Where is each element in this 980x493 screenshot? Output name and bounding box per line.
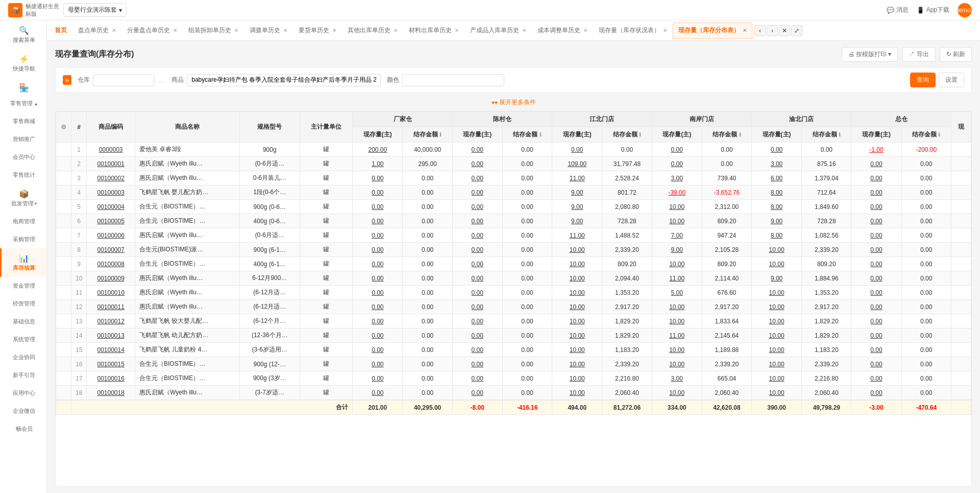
cell-cw-qty[interactable]: 0.00 bbox=[452, 200, 502, 214]
cell-jb-qty[interactable]: 0.00 bbox=[552, 143, 602, 157]
cell-factory-qty[interactable]: 0.00 bbox=[353, 371, 403, 386]
cell-yb-qty[interactable]: 10.00 bbox=[752, 371, 802, 386]
tab-td-history[interactable]: 调拨单历史 ✕ bbox=[244, 22, 293, 39]
cell-tot-qty[interactable]: 0.00 bbox=[851, 157, 901, 171]
cell-cw-qty[interactable]: 0.00 bbox=[452, 214, 502, 228]
cell-jb-qty[interactable]: 9.00 bbox=[552, 185, 602, 200]
tab-xzcl-fbt-close[interactable]: ✕ bbox=[743, 28, 747, 33]
cell-na-qty[interactable]: 10.00 bbox=[652, 257, 702, 271]
cell-yb-qty[interactable]: 3.00 bbox=[752, 157, 802, 171]
tab-next-btn[interactable]: › bbox=[767, 25, 778, 36]
cell-tot-qty[interactable]: 0.00 bbox=[851, 328, 901, 343]
cell-tot-qty[interactable]: 0.00 bbox=[851, 243, 901, 257]
cell-yb-qty[interactable]: 10.00 bbox=[752, 386, 802, 401]
cell-tot-qty[interactable]: 0.00 bbox=[851, 314, 901, 328]
query-btn[interactable]: 查询 bbox=[910, 73, 936, 87]
app-download-btn[interactable]: 📱 App下载 bbox=[917, 6, 949, 14]
sidebar-item-purchase[interactable]: 采购管理 bbox=[0, 230, 46, 248]
cell-jb-qty[interactable]: 9.00 bbox=[552, 200, 602, 214]
cell-cw-qty[interactable]: 0.00 bbox=[452, 271, 502, 286]
cell-tot-qty[interactable]: 0.00 bbox=[851, 185, 901, 200]
cell-factory-qty[interactable]: 0.00 bbox=[353, 171, 403, 185]
tab-xzcl-fbt[interactable]: 现存量（库存分布表） ✕ bbox=[673, 22, 752, 39]
cell-na-qty[interactable]: 11.00 bbox=[652, 328, 702, 343]
sidebar-item-wholesale[interactable]: 📦 批发管理 ▾ bbox=[0, 184, 46, 213]
cell-jb-qty[interactable]: 10.00 bbox=[552, 257, 602, 271]
sidebar-item-corp[interactable]: 企业协同 bbox=[0, 348, 46, 366]
sidebar-item-guide[interactable]: 新手引导 bbox=[0, 366, 46, 384]
tab-ccrk-history-close[interactable]: ✕ bbox=[522, 28, 526, 33]
cell-na-qty[interactable]: -39.00 bbox=[652, 185, 702, 200]
sidebar-item-apps[interactable]: 应用中心 bbox=[0, 384, 46, 402]
cell-na-qty[interactable]: 11.00 bbox=[652, 271, 702, 286]
cell-cw-qty[interactable]: 0.00 bbox=[452, 257, 502, 271]
sidebar-item-member[interactable]: 会员中心 bbox=[0, 148, 46, 166]
cell-cw-qty[interactable]: 0.00 bbox=[452, 371, 502, 386]
cell-cw-qty[interactable]: 0.00 bbox=[452, 143, 502, 157]
color-input[interactable] bbox=[402, 74, 504, 86]
cell-code[interactable]: 00100003 bbox=[87, 185, 135, 200]
cell-tot-qty[interactable]: 0.00 bbox=[851, 171, 901, 185]
cell-factory-qty[interactable]: 0.00 bbox=[353, 200, 403, 214]
cell-na-qty[interactable]: 3.00 bbox=[652, 371, 702, 386]
cell-yb-qty[interactable]: 8.00 bbox=[752, 228, 802, 243]
sidebar-item-retail-mall[interactable]: 零售商城 bbox=[0, 112, 46, 130]
cell-cw-qty[interactable]: 0.00 bbox=[452, 171, 502, 185]
cell-tot-qty[interactable]: -1.00 bbox=[851, 143, 901, 157]
store-selector[interactable]: 母婴行业演示陈套 ▾ bbox=[63, 3, 127, 17]
sidebar-item-retail[interactable]: 🏪 零售管理 ▲ bbox=[0, 78, 46, 112]
cell-cw-qty[interactable]: 0.00 bbox=[452, 386, 502, 401]
cell-tot-qty[interactable]: 0.00 bbox=[851, 300, 901, 314]
cell-cw-qty[interactable]: 0.00 bbox=[452, 357, 502, 371]
cell-yb-qty[interactable]: 10.00 bbox=[752, 314, 802, 328]
cell-yb-qty[interactable]: 9.00 bbox=[752, 271, 802, 286]
cell-factory-qty[interactable]: 0.00 bbox=[353, 243, 403, 257]
cell-cw-qty[interactable]: 0.00 bbox=[452, 314, 502, 328]
cell-yb-qty[interactable]: 10.00 bbox=[752, 328, 802, 343]
cell-jb-qty[interactable]: 10.00 bbox=[552, 286, 602, 300]
cell-yb-qty[interactable]: 10.00 bbox=[752, 343, 802, 357]
cell-na-qty[interactable]: 0.00 bbox=[652, 143, 702, 157]
refresh-btn[interactable]: ↻ 刷新 bbox=[940, 47, 972, 62]
cell-jb-qty[interactable]: 109.00 bbox=[552, 157, 602, 171]
cell-jb-qty[interactable]: 9.00 bbox=[552, 214, 602, 228]
sidebar-item-inventory[interactable]: 📊 库存核算 bbox=[0, 248, 46, 277]
cell-factory-qty[interactable]: 0.00 bbox=[353, 300, 403, 314]
settings-btn[interactable]: 设置 bbox=[939, 73, 964, 87]
cell-code[interactable]: 00100015 bbox=[87, 357, 135, 371]
cell-cw-qty[interactable]: 0.00 bbox=[452, 228, 502, 243]
cell-tot-qty[interactable]: 0.00 bbox=[851, 286, 901, 300]
settings-gear-icon[interactable]: ⚙ bbox=[61, 124, 66, 131]
cell-jb-qty[interactable]: 10.00 bbox=[552, 300, 602, 314]
cell-yb-qty[interactable]: 9.00 bbox=[752, 214, 802, 228]
cell-factory-qty[interactable]: 0.00 bbox=[353, 271, 403, 286]
cell-tot-qty[interactable]: 0.00 bbox=[851, 228, 901, 243]
cell-factory-qty[interactable]: 0.00 bbox=[353, 185, 403, 200]
warehouse-input[interactable] bbox=[93, 74, 154, 86]
tab-xzcl-kc-close[interactable]: ✕ bbox=[663, 28, 667, 33]
cell-code[interactable]: 00100006 bbox=[87, 228, 135, 243]
cell-factory-qty[interactable]: 1.00 bbox=[353, 157, 403, 171]
cell-factory-qty[interactable]: 0.00 bbox=[353, 257, 403, 271]
tab-close-all-btn[interactable]: ✕ bbox=[779, 25, 790, 36]
tab-yh-history[interactable]: 要货单历史 ✕ bbox=[293, 22, 342, 39]
cell-code[interactable]: 00100005 bbox=[87, 214, 135, 228]
cell-na-qty[interactable]: 9.00 bbox=[652, 243, 702, 257]
cell-yb-qty[interactable]: 6.00 bbox=[752, 171, 802, 185]
sidebar-item-marketing[interactable]: 营销推广 bbox=[0, 130, 46, 148]
cell-tot-qty[interactable]: 0.00 bbox=[851, 200, 901, 214]
tab-fpd-history-close[interactable]: ✕ bbox=[173, 28, 177, 33]
cell-na-qty[interactable]: 10.00 bbox=[652, 314, 702, 328]
cell-na-qty[interactable]: 10.00 bbox=[652, 214, 702, 228]
cell-jb-qty[interactable]: 10.00 bbox=[552, 314, 602, 328]
sidebar-item-retail-stats[interactable]: 零售统计 bbox=[0, 166, 46, 184]
cell-factory-qty[interactable]: 200.00 bbox=[353, 143, 403, 157]
tab-qtck-history[interactable]: 其他出库单历史 ✕ bbox=[342, 22, 403, 39]
cell-yb-qty[interactable]: 10.00 bbox=[752, 257, 802, 271]
cell-factory-qty[interactable]: 0.00 bbox=[353, 286, 403, 300]
cell-code[interactable]: 00100007 bbox=[87, 243, 135, 257]
cell-na-qty[interactable]: 7.00 bbox=[652, 228, 702, 243]
sidebar-item-shortcut[interactable]: ⚡ 快捷导航 bbox=[0, 49, 46, 78]
cell-code[interactable]: 00100013 bbox=[87, 328, 135, 343]
print-btn[interactable]: 🖨 按模版打印 ▾ bbox=[842, 47, 898, 62]
